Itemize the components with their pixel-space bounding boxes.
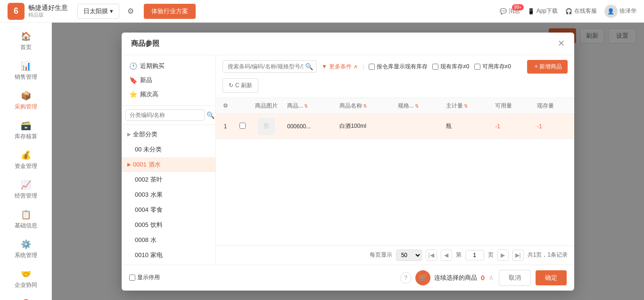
modal-left-panel: 🕐 近期购买 🔖 新品 ⭐ 频次高 (122, 55, 216, 265)
sidebar-item-basic[interactable]: 📋 基础信息 (0, 205, 51, 234)
finance-icon: 💰 (21, 150, 31, 160)
product-search-input[interactable] (223, 60, 317, 73)
product-search-wrap: 🔍 (223, 60, 317, 73)
search-icon[interactable]: 🔍 (206, 111, 215, 119)
per-page-select[interactable]: 50 100 200 (396, 250, 422, 261)
sidebar-item-collab[interactable]: 🤝 企业协同 (0, 264, 51, 294)
th-unit[interactable]: 主计量⇅ (441, 98, 491, 114)
app-download-nav-item[interactable]: 📱 App下载 (528, 7, 558, 15)
tab-recent-purchase[interactable]: 🕐 近期购买 (125, 59, 212, 73)
expand-icon: ▶ (127, 132, 131, 137)
sidebar-label-basic: 基础信息 (15, 222, 37, 230)
category-search-input[interactable] (125, 109, 205, 121)
per-page-label: 每页显示 (370, 251, 392, 259)
modal-overlay: 商品参照 ✕ 🕐 近期购买 🔖 (52, 23, 644, 300)
product-image-placeholder: 图 (258, 118, 275, 135)
th-name[interactable]: 商品名称⇅ (335, 98, 393, 114)
checkbox-available-stock[interactable]: 可用库存≠0 (474, 63, 511, 71)
cart-icon[interactable]: 🛒 (415, 270, 430, 285)
purchase-icon: 📦 (21, 91, 31, 101)
page-current-input[interactable] (465, 250, 484, 260)
category-list: ▶ 全部分类 00 未分类 ▶ 0001 酒水 (122, 125, 215, 265)
category-water[interactable]: 0008 水 (122, 233, 215, 248)
th-stock: 现存量 (532, 98, 574, 114)
tab-new-products[interactable]: 🔖 新品 (125, 73, 212, 87)
filter-icon: ▼ (322, 63, 327, 70)
help-icon[interactable]: ? (400, 272, 412, 283)
sidebar-item-home[interactable]: 🏠 首页 (0, 26, 51, 56)
sidebar-item-finance[interactable]: 💰 资金管理 (0, 145, 51, 175)
modal-header: 商品参照 ✕ (122, 33, 574, 55)
page-first-button[interactable]: |◀ (426, 250, 437, 261)
more-conditions-button[interactable]: ▼ 更多条件 ∧ (322, 63, 358, 71)
filter-bar: 🔍 ▼ 更多条件 ∧ | 按仓库显示现有库存 (216, 55, 574, 98)
table-row[interactable]: 1 图 000600... 白酒100ml 瓶 (216, 114, 574, 139)
trial-button[interactable]: 体验行业方案 (144, 4, 196, 19)
sidebar-label-finance: 资金管理 (15, 162, 37, 170)
sidebar-item-stock[interactable]: 🗃️ 库存核算 (0, 116, 51, 145)
add-product-button[interactable]: + 新增商品 (527, 60, 568, 74)
th-image: 商品图片 (250, 98, 282, 114)
sidebar-item-guide[interactable]: 🎯 新手引导 (0, 294, 51, 300)
page-last-button[interactable]: ▶| (512, 250, 524, 261)
cell-stock: -1 (532, 114, 574, 139)
tab-high-frequency[interactable]: ⭐ 频次高 (125, 87, 212, 101)
sidebar-label-collab: 企业协同 (15, 281, 37, 289)
avatar: 👤 (604, 5, 618, 18)
operations-icon: 📈 (21, 180, 31, 190)
page-next-button[interactable]: ▶ (497, 250, 509, 261)
logo-area: 6 畅捷通好生意 精品版 (8, 3, 68, 20)
cart-label: 连续选择的商品 (434, 274, 477, 282)
category-snacks[interactable]: 0004 零食 (122, 202, 215, 217)
refresh-modal-button[interactable]: ↻ C 刷新 (223, 78, 258, 93)
sidebar-item-operations[interactable]: 📈 经营管理 (0, 175, 51, 205)
sidebar-item-purchase[interactable]: 📦 采购管理 (0, 86, 51, 116)
page-label-current: 第 (456, 251, 462, 259)
cart-collapse-icon[interactable]: ∧ (488, 273, 494, 282)
logo-icon: 6 (8, 3, 25, 20)
message-badge: 99+ (512, 4, 523, 10)
category-all[interactable]: ▶ 全部分类 (122, 127, 215, 142)
sidebar-label-system: 系统管理 (15, 251, 37, 259)
cell-code: 000600... (282, 114, 335, 139)
modal-close-button[interactable]: ✕ (558, 39, 565, 48)
cell-num: 1 (216, 114, 235, 139)
sidebar: 🏠 首页 📊 销售管理 📦 采购管理 🗃️ 库存核算 💰 资金管理 📈 经营管理… (0, 23, 52, 300)
settings-icon[interactable]: ⚙ (123, 4, 138, 19)
category-unclassified[interactable]: 00 未分类 (122, 142, 215, 157)
main-layout: 🏠 首页 📊 销售管理 📦 采购管理 🗃️ 库存核算 💰 资金管理 📈 经营管理… (0, 23, 644, 300)
main-content: 查询 刷新 设置 商品参照 ✕ 🕐 (52, 23, 644, 300)
checkbox-stock-by-warehouse[interactable]: 按仓库显示现有库存 (369, 63, 428, 71)
confirm-button[interactable]: 确定 (536, 270, 567, 285)
category-beverages[interactable]: 0005 饮料 (122, 217, 215, 233)
modal-title: 商品参照 (131, 39, 159, 48)
sidebar-item-sales[interactable]: 📊 销售管理 (0, 56, 51, 86)
category-tea[interactable]: 0002 茶叶 (122, 172, 215, 187)
category-alcohol[interactable]: ▶ 0001 酒水 (122, 157, 215, 172)
checkbox-current-stock[interactable]: 现有库存≠0 (432, 63, 469, 71)
chevron-down-icon: ▾ (110, 8, 113, 15)
th-spec[interactable]: 规格...⇅ (393, 98, 441, 114)
category-appliances[interactable]: 0010 家电 (122, 248, 215, 263)
th-code[interactable]: 商品...⇅ (282, 98, 335, 114)
cell-checkbox[interactable] (235, 114, 250, 139)
cancel-button[interactable]: 取消 (499, 270, 531, 286)
cell-img: 图 (250, 114, 282, 139)
modal-body: 🕐 近期购买 🔖 新品 ⭐ 频次高 (122, 55, 574, 265)
sidebar-item-system[interactable]: ⚙️ 系统管理 (0, 234, 51, 264)
user-nav-item[interactable]: 👤 徐泽华 (604, 5, 636, 18)
show-disabled-checkbox[interactable]: 显示停用 (129, 274, 160, 282)
page-prev-button[interactable]: ◀ (441, 250, 452, 261)
stock-icon: 🗃️ (21, 120, 31, 131)
sidebar-label-home: 首页 (20, 43, 32, 51)
nav-dropdown[interactable]: 日太阳膜 ▾ (77, 4, 119, 19)
messages-nav-item[interactable]: 💬 消息 99+ (500, 7, 520, 15)
th-settings[interactable]: ⚙ (216, 98, 235, 114)
category-fruit[interactable]: 0003 水果 (122, 187, 215, 202)
cell-spec (393, 114, 441, 139)
search-main-icon[interactable]: 🔍 (305, 63, 313, 70)
cell-unit: 瓶 (441, 114, 491, 139)
th-checkbox (235, 98, 250, 114)
support-nav-item[interactable]: 🎧 在线客服 (565, 7, 597, 15)
home-icon: 🏠 (21, 31, 31, 42)
